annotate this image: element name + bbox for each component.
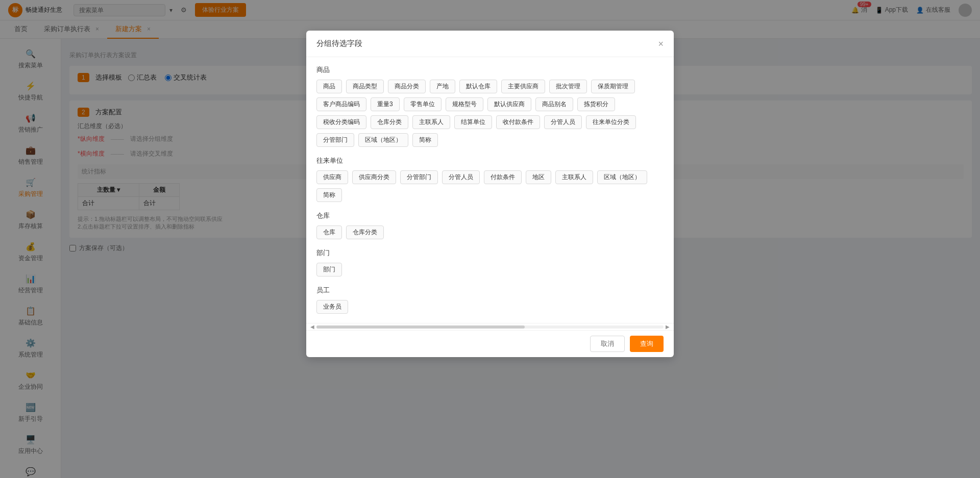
modal-header: 分组待选字段 ×	[306, 39, 674, 57]
goods-field-tags: 商品 商品类型 商品分类 产地 默认仓库 主要供应商 批次管理 保质期管理 客户…	[316, 80, 664, 147]
confirm-button[interactable]: 查询	[630, 336, 664, 352]
field-tag-partner-supervisor[interactable]: 分管人员	[442, 170, 480, 184]
modal-footer: 取消 查询	[306, 330, 674, 357]
content-area: 采购订单执行表方案设置 1 选择模板 汇总表 交叉统计表	[61, 39, 980, 478]
field-tag-goods[interactable]: 商品	[316, 80, 342, 93]
partner-field-tags: 供应商 供应商分类 分管部门 分管人员 付款条件 地区 主联系人 区域（地区） …	[316, 170, 664, 202]
section-department: 部门 部门	[316, 248, 664, 276]
section-goods-title: 商品	[316, 65, 664, 74]
field-tag-settlement-unit[interactable]: 结算单位	[454, 115, 492, 129]
field-tag-short-name-partner[interactable]: 简称	[316, 188, 342, 202]
field-tag-partner-contact[interactable]: 主联系人	[555, 170, 593, 184]
field-tag-goods-type[interactable]: 商品类型	[346, 80, 384, 93]
field-tag-customer-sku[interactable]: 客户商品编码	[316, 97, 366, 111]
field-tag-alias[interactable]: 商品别名	[535, 97, 573, 111]
field-tag-short-name-goods[interactable]: 简称	[412, 133, 438, 147]
field-tag-supplier-category[interactable]: 供应商分类	[352, 170, 396, 184]
modal-close-btn[interactable]: ×	[658, 39, 664, 48]
field-tag-origin[interactable]: 产地	[430, 80, 455, 93]
scroll-left-arrow[interactable]: ◀	[308, 324, 316, 330]
field-tag-department[interactable]: 部门	[316, 263, 342, 276]
cancel-button[interactable]: 取消	[590, 336, 625, 352]
field-tag-supplier[interactable]: 供应商	[316, 170, 348, 184]
warehouse-field-tags: 仓库 仓库分类	[316, 225, 664, 239]
field-tag-weight3[interactable]: 重量3	[371, 97, 400, 111]
field-tag-goods-category[interactable]: 商品分类	[388, 80, 426, 93]
section-department-title: 部门	[316, 248, 664, 258]
field-tag-partner-dept[interactable]: 分管部门	[400, 170, 438, 184]
field-tag-supervisor[interactable]: 分管人员	[544, 115, 582, 129]
field-tag-warehouse-cat[interactable]: 仓库分类	[346, 225, 384, 239]
dept-field-tags: 部门	[316, 263, 664, 276]
field-tag-payment-terms[interactable]: 收付款条件	[496, 115, 540, 129]
section-partner: 往来单位 供应商 供应商分类 分管部门 分管人员 付款条件 地区 主联系人 区域…	[316, 156, 664, 202]
field-tag-warehouse[interactable]: 仓库	[316, 225, 342, 239]
field-tag-retail-unit[interactable]: 零售单位	[404, 97, 442, 111]
field-tag-default-supplier[interactable]: 默认供应商	[487, 97, 531, 111]
field-tag-spec-model[interactable]: 规格型号	[446, 97, 483, 111]
field-tag-batch-mgmt[interactable]: 批次管理	[549, 80, 587, 93]
field-tag-warehouse-category[interactable]: 仓库分类	[371, 115, 408, 129]
employee-field-tags: 业务员	[316, 300, 664, 314]
field-tag-pick-points[interactable]: 拣货积分	[577, 97, 615, 111]
field-tag-salesperson[interactable]: 业务员	[316, 300, 348, 314]
field-tag-area[interactable]: 地区	[526, 170, 551, 184]
modal-title: 分组待选字段	[316, 39, 362, 48]
section-warehouse: 仓库 仓库 仓库分类	[316, 211, 664, 239]
field-tag-payment-cond[interactable]: 付款条件	[484, 170, 522, 184]
field-tag-region-partner[interactable]: 区域（地区）	[597, 170, 647, 184]
field-tag-default-warehouse[interactable]: 默认仓库	[459, 80, 497, 93]
field-tag-partner-category[interactable]: 往来单位分类	[586, 115, 636, 129]
field-tag-shelf-life[interactable]: 保质期管理	[591, 80, 635, 93]
section-employee-title: 员工	[316, 286, 664, 295]
modal-scrollbar[interactable]: ◀ ▶	[306, 323, 674, 330]
field-tag-region-goods[interactable]: 区域（地区）	[358, 133, 408, 147]
field-select-modal: 分组待选字段 × 商品 商品 商品类型 商品分类 产地 默认仓库 主要供应商	[306, 39, 674, 357]
modal-body: 商品 商品 商品类型 商品分类 产地 默认仓库 主要供应商 批次管理 保质期管理…	[306, 57, 674, 323]
field-tag-dept[interactable]: 分管部门	[316, 133, 354, 147]
section-goods: 商品 商品 商品类型 商品分类 产地 默认仓库 主要供应商 批次管理 保质期管理…	[316, 65, 664, 147]
main-layout: 🔍 搜索菜单 ⚡ 快捷导航 📢 营销推广 💼 销售管理 🛒 采购管理 📦 库存核…	[0, 39, 980, 478]
modal-overlay: 分组待选字段 × 商品 商品 商品类型 商品分类 产地 默认仓库 主要供应商	[61, 39, 980, 478]
field-tag-tax-code[interactable]: 税收分类编码	[316, 115, 366, 129]
section-warehouse-title: 仓库	[316, 211, 664, 220]
scroll-right-arrow[interactable]: ▶	[664, 324, 672, 330]
field-tag-main-supplier[interactable]: 主要供应商	[501, 80, 545, 93]
section-partner-title: 往来单位	[316, 156, 664, 165]
section-employee: 员工 业务员	[316, 286, 664, 314]
scrollbar-thumb[interactable]	[316, 325, 525, 329]
field-tag-main-contact[interactable]: 主联系人	[412, 115, 450, 129]
scrollbar-track	[316, 325, 664, 329]
